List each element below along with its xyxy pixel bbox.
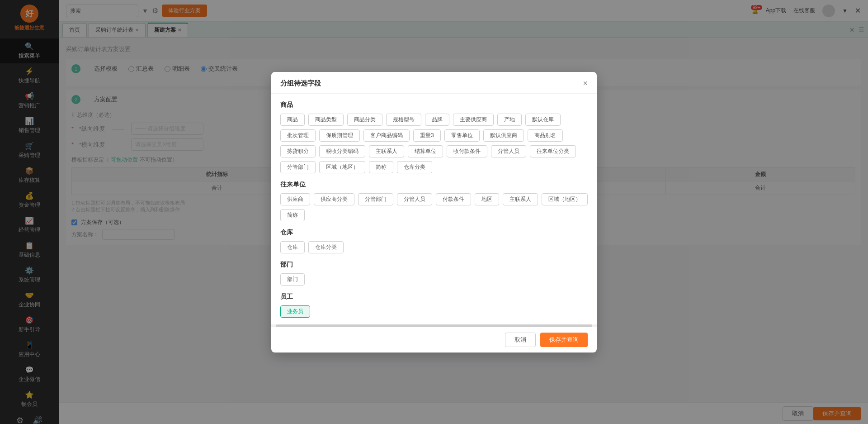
section-title-warehouse: 仓库 xyxy=(280,229,588,237)
dialog-confirm-btn[interactable]: 保存并查询 xyxy=(540,333,588,347)
field-tag[interactable]: 付款条件 xyxy=(436,193,471,205)
field-tag[interactable]: 产地 xyxy=(497,114,522,126)
field-tag[interactable]: 品牌 xyxy=(425,114,449,126)
dialog-close-btn[interactable]: × xyxy=(583,79,588,87)
field-tag[interactable]: 保质期管理 xyxy=(319,129,360,142)
dialog-cancel-btn[interactable]: 取消 xyxy=(505,333,536,347)
dialog-title: 分组待选字段 xyxy=(280,79,321,88)
field-tag[interactable]: 商品类型 xyxy=(308,114,344,126)
field-tag[interactable]: 主联系人 xyxy=(503,193,538,205)
tag-grid-department: 部门 xyxy=(280,273,588,286)
field-tag[interactable]: 默认供应商 xyxy=(483,129,524,142)
field-tag[interactable]: 零售单位 xyxy=(444,129,480,142)
field-tag[interactable]: 供应商分类 xyxy=(314,193,354,205)
field-tag[interactable]: 商品 xyxy=(280,114,305,126)
field-tag[interactable]: 拣货积分 xyxy=(280,145,316,157)
tag-grid-partners: 供应商 供应商分类 分管部门 分管人员 付款条件 地区 主联系人 区域（地区） … xyxy=(280,193,588,221)
field-tag[interactable]: 批次管理 xyxy=(280,129,316,142)
field-tag[interactable]: 分管人员 xyxy=(491,145,526,157)
tag-grid-employee: 业务员 xyxy=(280,305,588,318)
field-tag[interactable]: 结算单位 xyxy=(408,145,443,157)
field-tag[interactable]: 分管部门 xyxy=(358,193,393,205)
field-tag[interactable]: 简称 xyxy=(369,161,393,173)
field-tag[interactable]: 地区 xyxy=(475,193,499,205)
field-tag[interactable]: 往来单位分类 xyxy=(530,145,576,157)
horizontal-scrollbar[interactable] xyxy=(271,324,597,327)
field-tag[interactable]: 商品别名 xyxy=(528,129,563,142)
field-tag[interactable]: 分管部门 xyxy=(280,161,316,173)
field-tag[interactable]: 客户商品编码 xyxy=(363,129,410,142)
section-title-employee: 员工 xyxy=(280,293,588,301)
field-tag[interactable]: 分管人员 xyxy=(397,193,432,205)
field-tag[interactable]: 简称 xyxy=(280,209,305,221)
tag-grid-goods: 商品 商品类型 商品分类 规格型号 品牌 主要供应商 产地 默认仓库 批次管理 … xyxy=(280,114,588,173)
tag-grid-warehouse: 仓库 仓库分类 xyxy=(280,241,588,253)
dialog: 分组待选字段 × 商品 商品 商品类型 商品分类 规格型号 品牌 主要供应商 产… xyxy=(271,72,597,353)
field-tag[interactable]: 规格型号 xyxy=(386,114,421,126)
field-tag[interactable]: 区域（地区） xyxy=(319,161,365,173)
modal-overlay: 分组待选字段 × 商品 商品 商品类型 商品分类 规格型号 品牌 主要供应商 产… xyxy=(0,0,868,424)
field-tag[interactable]: 仓库分类 xyxy=(397,161,432,173)
field-tag[interactable]: 收付款条件 xyxy=(447,145,487,157)
field-tag[interactable]: 商品分类 xyxy=(347,114,382,126)
dialog-body: 商品 商品 商品类型 商品分类 规格型号 品牌 主要供应商 产地 默认仓库 批次… xyxy=(271,94,597,324)
field-tag[interactable]: 供应商 xyxy=(280,193,310,205)
field-tag[interactable]: 默认仓库 xyxy=(525,114,561,126)
field-tag[interactable]: 部门 xyxy=(280,273,305,286)
dialog-header: 分组待选字段 × xyxy=(271,72,597,94)
field-tag[interactable]: 主要供应商 xyxy=(453,114,494,126)
field-tag[interactable]: 仓库分类 xyxy=(308,241,344,253)
section-title-partners: 往来单位 xyxy=(280,181,588,189)
section-title-goods: 商品 xyxy=(280,101,588,109)
field-tag-employee-active[interactable]: 业务员 xyxy=(280,305,310,318)
dialog-footer: 取消 保存并查询 xyxy=(271,327,597,353)
section-title-department: 部门 xyxy=(280,261,588,269)
field-tag[interactable]: 仓库 xyxy=(280,241,305,253)
field-tag[interactable]: 主联系人 xyxy=(369,145,404,157)
field-tag[interactable]: 区域（地区） xyxy=(542,193,588,205)
field-tag[interactable]: 税收分类编码 xyxy=(319,145,365,157)
field-tag[interactable]: 重量3 xyxy=(413,129,441,142)
